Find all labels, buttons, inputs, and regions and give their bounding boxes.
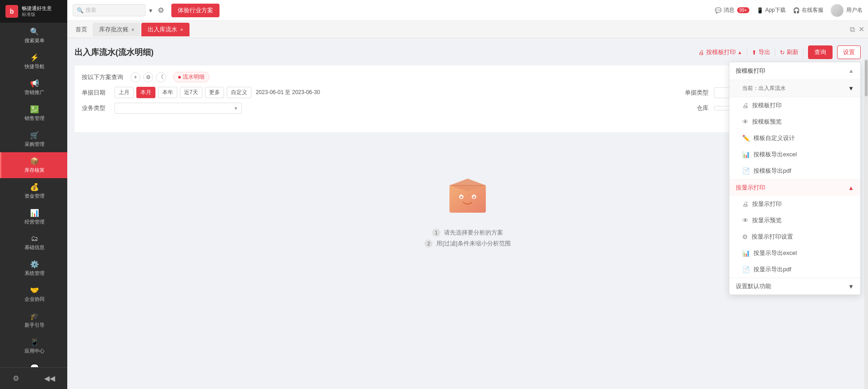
dropdown-display-section[interactable]: 按显示打印 ▲	[729, 179, 860, 196]
topbar-search-box[interactable]: 🔍 搜索	[73, 4, 145, 16]
search-dropdown-button[interactable]: ▾	[149, 7, 152, 14]
messages-label: 消息	[723, 6, 734, 14]
app-download-button[interactable]: 📱 App下载	[757, 6, 786, 14]
design-icon: ✏️	[742, 135, 750, 142]
chip-label: 流水明细	[183, 73, 205, 81]
filter-settings-button[interactable]: ⚙	[143, 72, 153, 82]
empty-step1-text: 请先选择要分析的方案	[444, 229, 503, 237]
sidebar-item-wechat[interactable]: 💬 企业微信	[0, 359, 67, 367]
date-more-btn[interactable]: 更多	[205, 87, 224, 98]
purchase-icon: 🛒	[30, 131, 39, 140]
dropdown-item-display-print[interactable]: 🖨 按显示打印	[729, 196, 860, 212]
sidebar-item-finance[interactable]: 💰 资金管理	[0, 178, 67, 204]
sidebar-collapse-button[interactable]: ◀◀	[42, 372, 57, 384]
avatar	[831, 4, 843, 17]
empty-step-2: 2 用[过滤]条件来缩小分析范围	[424, 239, 510, 248]
download-icon: 📱	[757, 7, 763, 14]
tab-restore-icon[interactable]: ⧉	[850, 25, 855, 34]
sidebar-settings-button[interactable]: ⚙	[11, 372, 21, 384]
dropdown-item-template-print[interactable]: 🖨 按模板打印	[729, 97, 860, 114]
filter-add-button[interactable]: +	[130, 72, 140, 82]
sidebar-item-label: 企业协同	[25, 296, 45, 303]
sidebar-item-purchase[interactable]: 🛒 采购管理	[0, 126, 67, 152]
home-tab-label: 首页	[75, 25, 87, 34]
sidebar-item-inventory[interactable]: 📦 库存核算	[0, 152, 67, 178]
app-logo: b 畅捷通好生意 标准版	[0, 0, 67, 23]
dropdown-item-label: 按显示导出pdf	[753, 265, 791, 274]
sidebar-item-shortcut[interactable]: ⚡ 快捷导航	[0, 49, 67, 75]
display-excel-icon: 📊	[742, 249, 750, 257]
sidebar-item-sales[interactable]: 💹 销售管理	[0, 100, 67, 126]
sidebar-item-label: 新手引导	[25, 322, 45, 329]
filter-collapse-button[interactable]: 《	[156, 72, 166, 82]
divider3	[803, 48, 803, 57]
step-num-1: 1	[432, 229, 440, 237]
dropdown-item-display-pdf[interactable]: 📄 按显示导出pdf	[729, 261, 860, 278]
warehouse-label: 仓库	[697, 104, 708, 112]
dropdown-title: 按模板打印	[736, 67, 765, 75]
messages-button[interactable]: 💬 消息 99+	[715, 6, 749, 14]
filter-header-label: 按以下方案查询	[82, 73, 123, 81]
display-settings-icon: ⚙	[742, 233, 748, 240]
settings-button[interactable]: 设置	[837, 45, 861, 59]
customer-service-button[interactable]: 🎧 在线客服	[793, 6, 823, 14]
dropdown-item-template-pdf[interactable]: 📄 按模板导出pdf	[729, 163, 860, 179]
dropdown-item-display-settings[interactable]: ⚙ 按显示打印设置	[729, 229, 860, 245]
flow-tab-close-icon[interactable]: ×	[180, 27, 183, 32]
tab-home[interactable]: 首页	[71, 23, 92, 36]
svg-point-5	[460, 196, 462, 198]
tab-batch[interactable]: 库存批次账 ×	[93, 23, 140, 36]
scrollbar-thumb[interactable]	[865, 60, 868, 96]
filter-chip[interactable]: 流水明细	[173, 72, 210, 82]
sidebar-item-system[interactable]: ⚙️ 系统管理	[0, 255, 67, 281]
dropdown-footer[interactable]: 设置默认功能 ▼	[729, 278, 860, 294]
export-label: 导出	[758, 48, 770, 56]
dropdown-item-template-preview[interactable]: 👁 按模板预览	[729, 114, 860, 130]
sidebar-item-label: 系统管理	[25, 270, 45, 277]
sidebar-item-collab[interactable]: 🤝 企业协同	[0, 281, 67, 307]
sidebar-item-marketing[interactable]: 📢 营销推广	[0, 75, 67, 100]
messages-badge: 99+	[737, 7, 749, 13]
refresh-button[interactable]: ↻ 刷新	[780, 48, 798, 56]
main-area: 🔍 搜索 ▾ ⚙ 体验行业方案 💬 消息 99+ 📱 App下载 🎧 在线客服	[67, 0, 868, 389]
date-7days-btn[interactable]: 近7天	[180, 87, 202, 98]
display-pdf-icon: 📄	[742, 266, 750, 273]
sidebar-item-app-center[interactable]: 📱 应用中心	[0, 333, 67, 359]
trial-button[interactable]: 体验行业方案	[171, 4, 219, 17]
current-label-text: 当前：出入库流水	[742, 85, 786, 92]
dropdown-item-display-preview[interactable]: 👁 按显示预览	[729, 212, 860, 229]
user-avatar-area[interactable]: 用户名	[831, 4, 863, 17]
dropdown-item-label: 按模板导出pdf	[753, 167, 791, 175]
right-scrollbar[interactable]	[864, 59, 868, 389]
sidebar-item-label: 应用中心	[25, 348, 45, 354]
service-icon: 🎧	[793, 7, 800, 14]
sidebar-item-operation[interactable]: 📊 经营管理	[0, 204, 67, 230]
business-type-select[interactable]	[115, 103, 242, 114]
search-icon: 🔍	[77, 7, 84, 14]
dropdown-item-template-excel[interactable]: 📊 按模板导出excel	[729, 146, 860, 163]
export-button[interactable]: ⬆ 导出	[752, 48, 770, 56]
dropdown-expand-icon: ▲	[848, 68, 854, 74]
dropdown-item-template-design[interactable]: ✏️ 模板自定义设计	[729, 130, 860, 146]
print-template-button[interactable]: 🖨 按模板打印 ▲	[698, 48, 742, 56]
tab-flow[interactable]: 出入库流水 ×	[141, 23, 189, 36]
topbar-settings-icon[interactable]: ⚙	[158, 6, 164, 15]
doc-type-label: 单据类型	[685, 89, 708, 97]
inventory-icon: 📦	[30, 157, 39, 165]
date-this-year-btn[interactable]: 本年	[158, 87, 177, 98]
sidebar-item-base[interactable]: 🗂 基础信息	[0, 230, 67, 255]
sidebar-item-search[interactable]: 🔍 搜索菜单	[0, 23, 67, 49]
tab-close-icon[interactable]: ✕	[858, 25, 864, 34]
dropdown-item-label: 按显示打印设置	[752, 233, 793, 241]
dropdown-footer-label: 设置默认功能	[736, 282, 771, 290]
query-button[interactable]: 查询	[808, 45, 833, 59]
sidebar-item-guide[interactable]: 🎓 新手引导	[0, 307, 67, 333]
dropdown-item-label: 按模板打印	[752, 101, 782, 110]
dropdown-header[interactable]: 按模板打印 ▲	[729, 62, 860, 80]
date-last-month-btn[interactable]: 上月	[115, 87, 134, 98]
date-this-month-btn[interactable]: 本月	[136, 87, 155, 98]
dropdown-current[interactable]: 当前：出入库流水 ▼	[729, 80, 860, 97]
dropdown-item-display-excel[interactable]: 📊 按显示导出excel	[729, 245, 860, 261]
date-custom-btn[interactable]: 自定义	[227, 87, 251, 98]
batch-tab-close-icon[interactable]: ×	[131, 27, 134, 32]
